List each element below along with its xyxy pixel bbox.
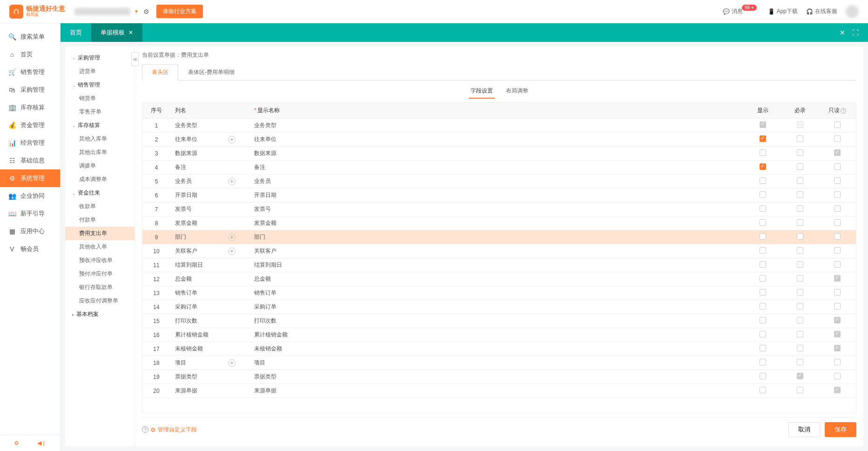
checkbox[interactable] [834,247,841,254]
checkbox[interactable] [760,261,766,268]
checkbox[interactable] [760,247,766,254]
checkbox[interactable] [797,191,803,198]
checkbox[interactable] [797,275,803,282]
checkbox[interactable] [834,233,841,240]
checkbox[interactable] [760,135,766,142]
tab-home[interactable]: 首页 [61,23,91,42]
tree-group[interactable]: ⌄库存核算 [65,119,135,132]
cell-display[interactable]: 未核销金额 [249,342,744,356]
tree-item[interactable]: 其他出库单 [65,146,135,159]
tab-table-body[interactable]: 表体区-费用单明细 [178,64,244,81]
sidenav-item-guide[interactable]: 📖新手引导 [0,205,60,222]
tree-item[interactable]: 进货单 [65,65,135,78]
checkbox[interactable] [760,275,766,282]
checkbox[interactable] [797,345,803,351]
checkbox[interactable] [760,317,766,323]
checkbox[interactable] [834,289,841,296]
checkbox[interactable] [760,373,766,379]
collapse-panel-button[interactable]: ≪ [131,52,139,66]
checkbox[interactable] [760,163,766,170]
messages-link[interactable]: 💬 消息 99 + [723,7,760,15]
checkbox[interactable] [834,163,841,170]
cell-display[interactable]: 销售订单 [249,286,744,300]
avatar[interactable] [846,5,859,18]
checkbox[interactable] [760,359,766,365]
add-icon[interactable]: + [228,136,236,143]
fullscreen-icon[interactable]: ⛶ [852,29,859,36]
app-download-link[interactable]: 📱 App下载 [768,7,798,15]
tree-item[interactable]: 付款单 [65,213,135,227]
sidenav-item-sale[interactable]: 🛒销售管理 [0,63,60,81]
cell-display[interactable]: 数据来源 [249,147,744,161]
checkbox[interactable] [760,219,766,226]
sidenav-item-stock[interactable]: 🏢库存核算 [0,99,60,116]
tree-item[interactable]: 费用支出单 [65,227,135,240]
checkbox[interactable] [797,135,803,142]
checkbox[interactable] [797,233,803,240]
tree-item[interactable]: 银行存取款单 [65,281,135,294]
cell-display[interactable]: 备注 [249,161,744,175]
add-icon[interactable]: + [228,178,236,185]
checkbox[interactable] [834,135,841,142]
sidenav-item-vip[interactable]: V畅会员 [0,240,60,258]
cell-display[interactable]: 发票号 [249,202,744,216]
tree-group[interactable]: ⌄资金往来 [65,186,135,200]
cell-display[interactable]: 项目 [249,356,744,370]
online-service-link[interactable]: 🎧 在线客服 [806,7,837,15]
checkbox[interactable] [760,233,766,240]
checkbox[interactable] [834,373,841,379]
trial-button[interactable]: 体验行业方案 [156,5,203,18]
checkbox[interactable] [834,191,841,198]
company-selector[interactable]: ▼ [74,8,139,15]
sidenav-item-fund[interactable]: 💰资金管理 [0,116,60,134]
cell-display[interactable]: 来源单据 [249,384,744,398]
add-icon[interactable]: + [228,234,236,241]
sidenav-item-search[interactable]: 🔍搜索菜单 [0,28,60,46]
checkbox[interactable] [797,331,803,337]
tree-item[interactable]: 预付冲应付单 [65,267,135,281]
checkbox[interactable] [760,345,766,351]
checkbox[interactable] [797,317,803,323]
tree-item[interactable]: 其他收入单 [65,240,135,254]
checkbox[interactable] [834,303,841,310]
collapse-icon[interactable]: ◀❘ [37,440,46,446]
cell-display[interactable]: 部门 [249,230,744,244]
checkbox[interactable] [797,149,803,156]
checkbox[interactable] [797,177,803,184]
tree-item[interactable]: 其他入库单 [65,132,135,146]
sidenav-item-biz[interactable]: 📊经营管理 [0,134,60,152]
tab-table-head[interactable]: 表头区 [142,64,178,81]
checkbox[interactable] [760,191,766,198]
subtab-field[interactable]: 字段设置 [469,84,495,99]
add-icon[interactable]: + [228,248,236,255]
checkbox[interactable] [760,303,766,310]
cell-display[interactable]: 采购订单 [249,300,744,314]
tree-item[interactable]: 零售开单 [65,105,135,119]
checkbox[interactable] [834,177,841,184]
save-button[interactable]: 保存 [825,422,856,437]
cell-display[interactable]: 往来单位 [249,133,744,147]
subtab-layout[interactable]: 布局调整 [504,84,530,99]
sidenav-item-home[interactable]: ⌂首页 [0,46,60,63]
cell-display[interactable]: 结算到期日 [249,258,744,272]
cell-display[interactable]: 关联客户 [249,244,744,258]
tree-item[interactable]: 预收冲应收单 [65,254,135,267]
checkbox[interactable] [760,177,766,184]
checkbox[interactable] [760,149,766,156]
checkbox[interactable] [834,121,841,128]
checkbox[interactable] [797,359,803,365]
sidenav-item-app[interactable]: ▦应用中心 [0,222,60,240]
checkbox[interactable] [760,331,766,337]
checkbox[interactable] [797,219,803,226]
tree-item[interactable]: 销货单 [65,92,135,105]
checkbox[interactable] [834,359,841,365]
add-icon[interactable]: + [228,359,236,367]
sidenav-item-buy[interactable]: 🛍采购管理 [0,81,60,99]
checkbox[interactable] [760,387,766,393]
tree-group[interactable]: ▸基本档案 [65,308,135,321]
checkbox[interactable] [760,289,766,296]
checkbox[interactable] [797,289,803,296]
checkbox[interactable] [834,205,841,212]
checkbox[interactable] [834,219,841,226]
sidenav-item-base[interactable]: ☷基础信息 [0,152,60,169]
